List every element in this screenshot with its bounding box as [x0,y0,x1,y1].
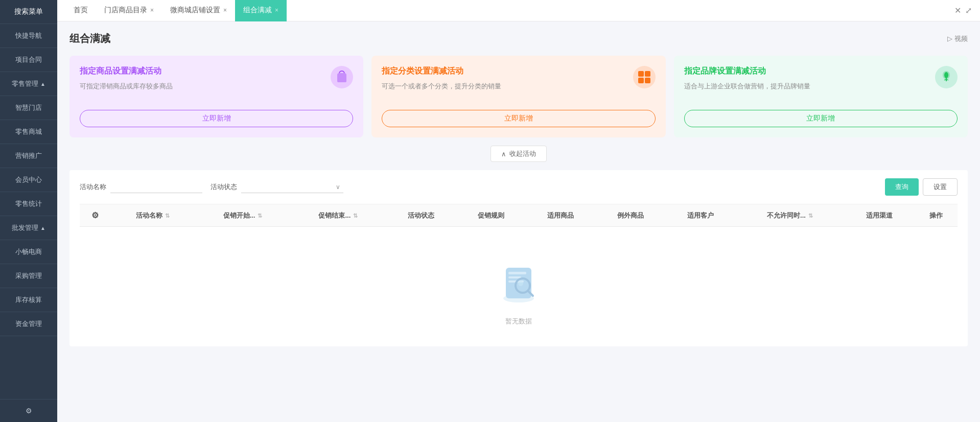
col-label: 适用客户 [687,212,714,219]
col-settings: ⚙ [80,204,110,227]
card-product-card: 指定商品设置满减活动可指定滞销商品或库存较多商品立即新增 [69,56,363,137]
sidebar-item-smart-store[interactable]: 智慧门店 [0,96,57,120]
data-table: ⚙活动名称 ⇅促销开始... ⇅促销结束... ⇅活动状态促销规则适用商品例外商… [80,204,958,346]
sort-icon: ⇅ [807,213,813,219]
sort-icon: ⇅ [256,213,262,219]
svg-rect-1 [645,71,650,77]
card-icon [935,66,958,88]
page-header: 组合满减 ▷ 视频 [69,32,968,45]
activity-status-field: 活动状态 ∨ [211,181,343,193]
col-label: 促销规则 [478,212,504,219]
activity-name-field: 活动名称 [80,181,202,193]
col-label: 适用商品 [547,212,574,219]
collapse-button[interactable]: ∧ 收起活动 [491,146,547,162]
sidebar-item-wholesale-mgmt[interactable]: 批发管理▲ [0,216,57,240]
col-activity-name[interactable]: 活动名称 ⇅ [110,204,195,227]
col-label: 活动名称 [136,212,162,219]
col-promo-rule: 促销规则 [456,204,526,227]
sidebar-settings-button[interactable]: ⚙ [0,399,57,422]
sidebar-item-finance-mgmt[interactable]: 资金管理 [0,312,57,336]
col-label: 操作 [929,212,943,219]
svg-rect-9 [508,272,526,274]
card-desc: 适合与上游企业联合做营销，提升品牌销量 [684,82,958,102]
tab-close-icon[interactable]: × [150,7,154,14]
tab-close-icon[interactable]: × [223,7,227,14]
sidebar-item-xiaochange-ecom[interactable]: 小畅电商 [0,240,57,264]
sidebar-item-retail-stats[interactable]: 零售统计 [0,192,57,216]
search-menu-label: 搜索菜单 [14,7,43,15]
video-link[interactable]: ▷ 视频 [947,34,968,43]
page-title: 组合满减 [69,32,110,45]
sidebar-item-inventory[interactable]: 库存核算 [0,288,57,312]
expand-window-icon[interactable]: ⤢ [965,6,972,15]
card-add-button[interactable]: 立即新增 [684,110,958,127]
sidebar-item-marketing[interactable]: 营销推广 [0,144,57,168]
col-promo-start[interactable]: 促销开始... ⇅ [195,204,290,227]
tab-bar: 首页门店商品目录×微商城店铺设置×组合满减× ✕ ⤢ [57,0,980,21]
tab-label: 组合满减 [243,6,272,15]
video-label: 视频 [954,34,968,43]
search-actions: 查询 设置 [885,178,958,196]
empty-state: 暂无数据 [80,227,958,346]
collapse-icon: ∧ [501,150,506,158]
svg-rect-2 [638,78,644,83]
card-desc: 可选一个或者多个分类，提升分类的销量 [382,82,655,102]
activity-status-select-wrapper: ∨ [241,181,343,193]
tab-close-icon[interactable]: × [275,7,278,14]
sidebar-item-retail-mall[interactable]: 零售商城 [0,120,57,144]
svg-rect-0 [638,71,644,77]
sidebar: 搜索菜单 快捷导航项目合同零售管理▲智慧门店零售商城营销推广会员中心零售统计批发… [0,0,57,422]
settings-gear-icon[interactable]: ⚙ [91,211,99,220]
tab-wechat-store-settings[interactable]: 微商城店铺设置× [162,0,235,21]
card-category-card: 指定分类设置满减活动可选一个或者多个分类，提升分类的销量立即新增 [371,56,665,137]
activity-name-input[interactable] [110,181,202,193]
collapse-label: 收起活动 [509,149,536,158]
settings-button[interactable]: 设置 [923,178,958,196]
tab-label: 首页 [74,6,88,15]
sidebar-item-project-contract[interactable]: 项目合同 [0,48,57,72]
card-title: 指定商品设置满减活动 [80,66,353,77]
close-window-icon[interactable]: ✕ [954,6,961,15]
col-exception-goods: 例外商品 [596,204,666,227]
main-area: 首页门店商品目录×微商城店铺设置×组合满减× ✕ ⤢ 组合满减 ▷ 视频 指定商… [57,0,980,422]
empty-illustration [493,257,544,309]
table-header: ⚙活动名称 ⇅促销开始... ⇅促销结束... ⇅活动状态促销规则适用商品例外商… [80,204,958,227]
sidebar-search[interactable]: 搜索菜单 [0,0,57,24]
empty-text: 暂无数据 [505,317,532,326]
col-promo-end[interactable]: 促销结束... ⇅ [290,204,386,227]
play-icon: ▷ [947,35,952,42]
tab-label: 微商城店铺设置 [170,6,220,15]
card-icon [331,66,353,88]
svg-rect-10 [508,276,521,278]
col-activity-status: 活动状态 [386,204,456,227]
card-title: 指定品牌设置满减活动 [684,66,958,77]
card-add-button[interactable]: 立即新增 [382,110,655,127]
collapse-bar: ∧ 收起活动 [69,146,968,162]
tab-bar-actions: ✕ ⤢ [954,6,972,15]
col-applicable-channel: 适用渠道 [845,204,915,227]
col-applicable-customer: 适用客户 [666,204,736,227]
col-not-allow-concurrent[interactable]: 不允许同时... ⇅ [736,204,845,227]
card-add-button[interactable]: 立即新增 [80,110,353,127]
query-button[interactable]: 查询 [885,178,919,196]
tab-home[interactable]: 首页 [65,0,96,21]
card-desc: 可指定滞销商品或库存较多商品 [80,82,353,102]
sidebar-item-purchase-mgmt[interactable]: 采购管理 [0,264,57,288]
tab-label: 门店商品目录 [104,6,147,15]
sort-icon: ⇅ [164,213,170,219]
card-icon [633,66,656,88]
data-table-container: ⚙活动名称 ⇅促销开始... ⇅促销结束... ⇅活动状态促销规则适用商品例外商… [80,204,958,346]
sort-icon: ⇅ [352,213,358,219]
col-label: 适用渠道 [866,212,893,219]
activity-status-select[interactable] [241,181,343,193]
sidebar-item-retail-mgmt[interactable]: 零售管理▲ [0,72,57,96]
sidebar-item-member-center[interactable]: 会员中心 [0,168,57,192]
sidebar-item-quick-nav[interactable]: 快捷导航 [0,24,57,48]
tab-combo-discount[interactable]: 组合满减× [235,0,287,21]
col-label: 不允许同时... [767,212,806,219]
settings-icon: ⚙ [26,407,32,415]
filter-row: 活动名称 活动状态 ∨ 查询 设置 [80,178,958,204]
col-label: 促销结束... [318,212,351,219]
col-label: 活动状态 [408,212,434,219]
tab-store-catalog[interactable]: 门店商品目录× [96,0,162,21]
